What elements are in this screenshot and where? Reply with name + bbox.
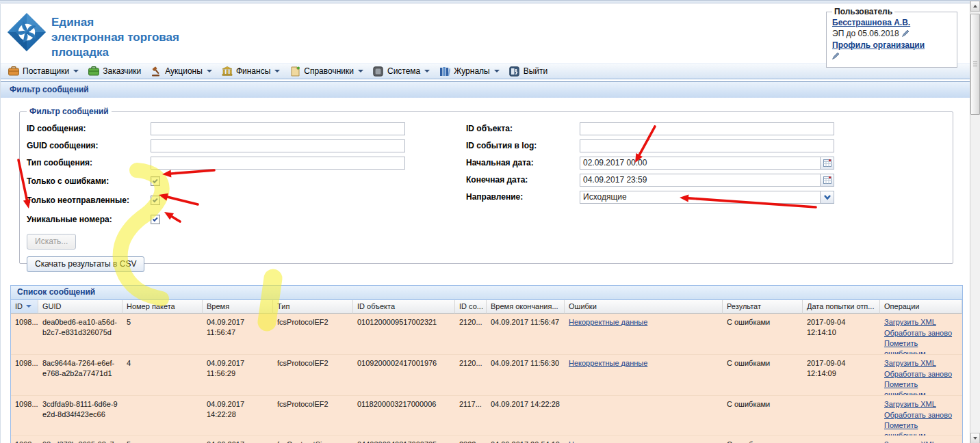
only-errors-checkbox[interactable] — [151, 176, 160, 186]
cell-type: fcsProtocolEF2 — [273, 314, 353, 354]
cell-errors: Некорректные данные — [565, 314, 723, 354]
log-event-id-label: ID события в log: — [448, 141, 580, 150]
menu-item-finance[interactable]: Финансы — [218, 64, 286, 78]
table-row[interactable]: 1098...8ac9644a-7264-e6ef-e768-a2b2a7747… — [11, 355, 962, 396]
direction-dropdown-chevron-icon[interactable] — [821, 191, 834, 204]
end-date-input[interactable] — [580, 174, 821, 187]
operation-link[interactable]: Загрузить XML — [884, 358, 955, 368]
menu-item-label: Выйти — [524, 66, 548, 76]
end-date-calendar-icon[interactable] — [821, 174, 834, 187]
cell-id_so: 2120... — [455, 314, 487, 354]
start-date-input[interactable] — [580, 157, 821, 170]
message-guid-label: GUID сообщения: — [25, 141, 151, 150]
menu-item-customers[interactable]: Заказчики — [85, 64, 147, 78]
column-header-3[interactable]: Номер пакета — [122, 300, 203, 314]
column-header-7[interactable]: ID со... — [455, 300, 487, 314]
directories-icon — [289, 66, 300, 77]
menu-item-exit[interactable]: Выйти — [506, 64, 554, 78]
operation-link[interactable]: Пометить ошибочным — [884, 338, 955, 354]
top-strip — [0, 1, 980, 3]
direction-label: Направление: — [448, 192, 580, 202]
operation-link[interactable]: Обработать заново — [884, 328, 955, 338]
finance-icon — [222, 66, 233, 77]
cell-time: 04.09.2017 20:54:10 — [203, 436, 273, 443]
column-header-4[interactable]: Время — [203, 300, 273, 314]
edit-pencil-icon[interactable] — [832, 52, 840, 62]
cell-object_id: 0440300040817000705 — [353, 436, 455, 443]
cell-result: С ошибками — [723, 396, 803, 435]
table-row[interactable]: 1098...3cdfda9b-8111-6d6e-9e2d-8d34f423e… — [11, 396, 962, 436]
page: Единая электронная торговая площадка Пол… — [0, 4, 970, 443]
menu-item-label: Аукционы — [165, 66, 203, 76]
column-header-9[interactable]: Ошибки — [565, 300, 723, 314]
operation-link[interactable]: Пометить ошибочным — [884, 379, 955, 395]
table-row[interactable]: 1098...dea0bed6-ea10-a56d-b2c7-e831d3260… — [11, 314, 962, 355]
cell-object_id: 0101200009517002321 — [353, 314, 455, 354]
operation-link[interactable]: Пометить ошибочным — [884, 420, 955, 435]
column-header-1[interactable]: ID — [11, 300, 38, 314]
operation-link[interactable]: Загрузить XML — [884, 440, 955, 443]
edit-pencil-icon[interactable] — [902, 29, 910, 40]
suppliers-icon — [8, 66, 19, 77]
only-unsent-checkbox[interactable] — [151, 196, 160, 205]
system-icon — [373, 66, 384, 77]
user-name-link[interactable]: Бесстрашнова А.В. — [832, 18, 910, 27]
end-date-label: Конечная дата: — [448, 175, 580, 185]
browser-viewport: Единая электронная торговая площадка Пол… — [0, 0, 980, 443]
org-profile-link[interactable]: Профиль организации — [832, 40, 925, 50]
menu-item-auctions[interactable]: Аукционы — [147, 64, 218, 78]
cell-operations: Загрузить XMLОбработать зановоПометить о… — [880, 396, 962, 435]
column-header-6[interactable]: ID объекта — [353, 300, 455, 314]
menu-item-system[interactable]: Система — [370, 64, 436, 78]
operation-link[interactable]: Загрузить XML — [884, 399, 955, 410]
cell-guid: 98ad378b-8995-98c7-9e2d-8d34f4230566 — [38, 436, 122, 443]
cell-end_time: 04.09.2017 20:54:10 — [487, 436, 565, 443]
sort-desc-icon — [26, 305, 31, 308]
direction-combobox[interactable] — [580, 191, 821, 204]
menu-item-label: Поставщики — [23, 66, 69, 76]
error-details-link[interactable]: Некорректные данные — [569, 317, 647, 327]
operation-link[interactable]: Обработать заново — [884, 369, 955, 379]
operation-link[interactable]: Загрузить XML — [884, 317, 955, 327]
column-header-2[interactable]: GUID — [38, 300, 122, 314]
site-title: Единая электронная торговая площадка — [51, 15, 179, 59]
error-details-link[interactable]: Некорректные данные — [569, 358, 647, 368]
chevron-down-icon — [494, 70, 500, 72]
menu-item-directories[interactable]: Справочники — [286, 64, 370, 78]
vertical-scrollbar[interactable] — [970, 1, 980, 443]
column-header-12[interactable]: Операции — [880, 300, 962, 314]
log-event-id-input[interactable] — [580, 139, 834, 152]
grid-header-row: IDGUIDНомер пакетаВремяТипID объектаID с… — [11, 300, 962, 314]
error-details-link[interactable]: Некорректные данные — [569, 440, 647, 443]
cell-end_time: 04.09.2017 11:56:30 — [487, 355, 565, 395]
scroll-down-icon[interactable] — [970, 433, 980, 443]
download-csv-button[interactable]: Скачать результаты в CSV — [27, 256, 144, 272]
message-type-input[interactable] — [151, 157, 405, 170]
message-id-input[interactable] — [151, 122, 405, 135]
scroll-up-icon[interactable] — [970, 1, 980, 12]
column-header-11[interactable]: Дата попытки отп... — [803, 300, 880, 314]
cell-errors: Некорректные данные — [565, 355, 723, 395]
column-header-8[interactable]: Время окончания... — [487, 300, 565, 314]
customers-icon — [88, 66, 99, 77]
column-header-5[interactable]: Тип — [273, 300, 353, 314]
grid-title: Список сообщений — [11, 286, 962, 300]
object-id-input[interactable] — [580, 122, 834, 135]
menu-item-suppliers[interactable]: Поставщики — [5, 64, 85, 78]
table-row[interactable]: 1098...98ad378b-8995-98c7-9e2d-8d34f4230… — [11, 436, 962, 443]
only-errors-label: Только с ошибками: — [25, 176, 151, 186]
column-header-10[interactable]: Результат — [723, 300, 803, 314]
object-id-label: ID объекта: — [448, 124, 580, 133]
cell-operations: Загрузить XMLОбработать зановоПометить о… — [880, 436, 962, 443]
cell-attempt_date: 2017-09-04 12:14:10 — [803, 314, 880, 354]
cell-object_id: 0109200002417001976 — [353, 355, 455, 395]
start-date-calendar-icon[interactable] — [821, 157, 834, 170]
chevron-down-icon — [424, 70, 430, 72]
chevron-down-icon — [274, 70, 280, 72]
menu-item-journals[interactable]: Журналы — [436, 64, 505, 78]
scrollbar-thumb[interactable] — [970, 14, 980, 115]
operation-link[interactable]: Обработать заново — [884, 410, 955, 420]
unique-numbers-checkbox[interactable] — [151, 215, 160, 224]
search-button[interactable]: Искать... — [27, 234, 76, 250]
message-guid-input[interactable] — [151, 139, 405, 152]
